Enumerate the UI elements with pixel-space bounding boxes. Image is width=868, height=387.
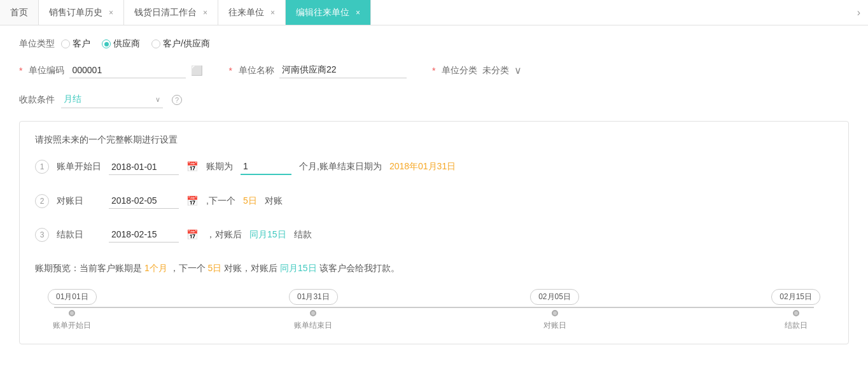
step-1-row: 1 账单开始日 📅 账期为 个月,账单结束日期为 2018年01月31日 [35,158,833,175]
timeline-dot-2 [310,310,316,316]
radio-circle-both [151,39,160,48]
step-3-highlight: 同月15日 [249,229,286,241]
step-1-calendar-icon[interactable]: 📅 [186,161,199,172]
tab-partners[interactable]: 往来单位 × [218,0,286,25]
tab-more-button[interactable]: › [850,0,868,25]
tab-close-partners[interactable]: × [270,8,275,17]
radio-circle-customer [61,39,70,48]
tab-close-edit[interactable]: × [356,8,360,17]
preview-mid2: 对账，对账后 [224,263,277,273]
tab-home[interactable]: 首页 [0,0,39,25]
payment-value: 月结 [64,94,153,105]
unit-classify-value: 未分类 [482,65,509,76]
unit-fields-row: * 单位编码 ⬜ * 单位名称 * 单位分类 未分类 ∨ [19,62,849,78]
settings-panel: 请按照未来的一个完整帐期进行设置 1 账单开始日 📅 账期为 个月,账单结束日期… [19,121,849,344]
payment-row: 收款条件 月结 ∨ ? [19,91,849,108]
timeline-label-2: 账单结束日 [294,320,332,331]
step-1-date-input[interactable] [109,159,179,175]
timeline-label-3: 对账日 [543,320,566,331]
radio-label-both: 客户/供应商 [163,38,210,50]
main-content: 单位类型 客户 供应商 客户/供应商 * 单位编码 ⬜ * 单位名称 [0,25,868,387]
radio-label-customer: 客户 [73,38,90,50]
unit-code-copy-icon[interactable]: ⬜ [191,65,203,76]
preview-text: 账期预览：当前客户账期是 1个月 ，下一个 5日 对账，对账后 同月15日 该客… [35,260,833,276]
radio-label-supplier: 供应商 [113,38,140,50]
preview-mid: ，下一个 [170,263,206,273]
required-name: * [228,66,232,76]
step-2-highlight: 5日 [243,195,257,207]
preview-5day: 5日 [207,263,221,273]
step-3-calendar-icon[interactable]: 📅 [186,229,199,241]
timeline-node-2: 01月31日 账单结束日 [289,289,338,331]
step-3-row: 3 结款日 📅 ，对账后 同月15日 结款 [35,227,833,243]
step-2-label: 对账日 [57,195,101,207]
unit-name-group: * 单位名称 [228,62,406,78]
classify-chevron-icon[interactable]: ∨ [514,64,522,76]
step-2-num: 2 [35,194,49,208]
unit-code-group: * 单位编码 ⬜ [19,62,203,78]
preview-suffix: 该客户会给我打款。 [319,263,400,273]
tab-edit-partner[interactable]: 编辑往来单位 × [286,0,371,25]
required-classify: * [432,66,435,76]
unit-type-label: 单位类型 [19,38,55,50]
unit-classify-group: * 单位分类 未分类 ∨ [432,64,522,76]
timeline-container: 01月01日 账单开始日 01月31日 账单结束日 02月05日 对账日 [35,289,833,331]
timeline-node-1: 01月01日 账单开始日 [48,289,97,331]
step-1-end-date: 2018年01月31日 [389,161,456,172]
timeline-badge-2: 01月31日 [289,289,338,305]
tab-close-sales[interactable]: × [109,8,113,17]
unit-classify-label: 单位分类 [442,65,477,76]
tab-cash-work[interactable]: 钱货日清工作台 × [124,0,218,25]
timeline-label-1: 账单开始日 [53,320,91,331]
tab-sales-history[interactable]: 销售订单历史 × [39,0,124,25]
step-2-row: 2 对账日 📅 ,下一个 5日 对账 [35,193,833,209]
help-icon[interactable]: ? [172,95,182,105]
step-1-period-label: 账期为 [206,161,233,172]
preview-15day: 同月15日 [280,263,317,273]
step-2-prefix: ,下一个 [206,195,235,207]
timeline-node-3: 02月05日 对账日 [530,289,579,331]
step-1-period-input[interactable] [241,158,291,175]
timeline-badge-1: 01月01日 [48,289,97,305]
payment-arrow-icon: ∨ [155,95,160,104]
step-1-label: 账单开始日 [57,161,101,172]
timeline-dot-3 [552,310,558,316]
preview-1month: 1个月 [144,263,167,273]
step-2-date-input[interactable] [109,193,179,209]
preview-prefix: 账期预览：当前客户账期是 [35,263,142,273]
panel-instruction: 请按照未来的一个完整帐期进行设置 [35,134,833,146]
required-code: * [19,66,22,76]
timeline-dot-1 [69,310,75,316]
unit-code-label: 单位编码 [29,65,64,76]
step-2-suffix: 对账 [265,195,283,207]
step-3-label: 结款日 [57,229,101,241]
step-3-prefix: ，对账后 [206,229,242,241]
step-1-suffix: 个月,账单结束日期为 [299,161,382,172]
timeline-node-4: 02月15日 结款日 [771,289,820,331]
radio-circle-supplier [102,39,111,48]
timeline-badge-3: 02月05日 [530,289,579,305]
step-1-num: 1 [35,160,49,174]
payment-label: 收款条件 [19,94,55,106]
tab-bar: 首页 销售订单历史 × 钱货日清工作台 × 往来单位 × 编辑往来单位 × › [0,0,868,25]
radio-customer[interactable]: 客户 [61,38,90,50]
timeline-dot-4 [793,310,799,316]
timeline-nodes: 01月01日 账单开始日 01月31日 账单结束日 02月05日 对账日 [48,289,820,331]
unit-name-label: 单位名称 [239,65,274,76]
step-3-suffix: 结款 [294,229,312,241]
payment-select[interactable]: 月结 ∨ [61,91,163,108]
radio-both[interactable]: 客户/供应商 [151,38,210,50]
unit-type-row: 单位类型 客户 供应商 客户/供应商 [19,38,849,50]
tab-close-cash[interactable]: × [203,8,207,17]
unit-name-input[interactable] [279,62,407,78]
step-3-num: 3 [35,228,49,242]
radio-group-unit-type: 客户 供应商 客户/供应商 [61,38,210,50]
unit-code-input[interactable] [69,62,186,78]
timeline-badge-4: 02月15日 [771,289,820,305]
timeline-label-4: 结款日 [785,320,808,331]
radio-supplier[interactable]: 供应商 [102,38,140,50]
step-3-date-input[interactable] [109,227,179,243]
step-2-calendar-icon[interactable]: 📅 [186,195,199,207]
